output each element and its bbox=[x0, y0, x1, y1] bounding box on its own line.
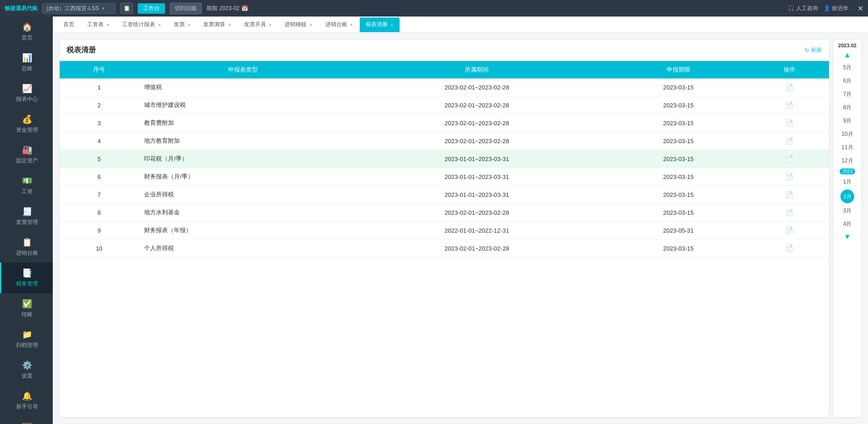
tab-purchase-ledger-close[interactable]: × bbox=[350, 22, 353, 28]
action-icon[interactable]: 📄 bbox=[785, 137, 793, 145]
tab-salary-report[interactable]: 工资统计报表 × bbox=[116, 17, 167, 32]
refresh-label: 刷新 bbox=[811, 46, 822, 54]
sidebar-item-salary[interactable]: 💵 工资 bbox=[0, 170, 53, 201]
cell-deadline: 2023-05-31 bbox=[607, 222, 750, 240]
cell-deadline: 2023-03-15 bbox=[607, 168, 750, 186]
cell-period: 2023-02-01~2023-02-28 bbox=[347, 204, 607, 222]
sidebar-item-reports[interactable]: 📈 报表中心 bbox=[0, 78, 53, 109]
action-icon[interactable]: 📄 bbox=[785, 227, 793, 234]
sidebar-item-ledger[interactable]: 📊 总账 bbox=[0, 47, 53, 78]
tab-salary-report-close[interactable]: × bbox=[158, 22, 161, 28]
action-icon[interactable]: 📄 bbox=[785, 101, 793, 109]
human-consult-btn[interactable]: 🎧 人工咨询 bbox=[788, 5, 818, 12]
month-12[interactable]: 12月 bbox=[834, 154, 861, 167]
scroll-down-btn[interactable]: ▼ bbox=[842, 231, 853, 243]
cell-action[interactable]: 📄 bbox=[750, 150, 829, 168]
tab-audit[interactable]: 进销稽核 × bbox=[278, 17, 318, 32]
action-icon[interactable]: 📄 bbox=[785, 84, 793, 91]
col-period: 所属期间 bbox=[347, 61, 607, 78]
month-2-active[interactable]: 2月 bbox=[840, 190, 854, 203]
cell-period: 2023-02-01~2023-02-28 bbox=[347, 240, 607, 257]
month-9[interactable]: 9月 bbox=[834, 114, 861, 128]
sidebar-item-closing[interactable]: ✅ 结账 bbox=[0, 293, 53, 324]
sidebar-item-tax[interactable]: 📑 税务管理 bbox=[0, 262, 53, 293]
month-11[interactable]: 11月 bbox=[834, 141, 861, 154]
calendar-icon-btn[interactable]: 📋 bbox=[120, 3, 133, 14]
switch-version-button[interactable]: 切到旧版 bbox=[170, 3, 202, 14]
tab-invoice-calc-close[interactable]: × bbox=[228, 22, 231, 28]
action-icon[interactable]: 📄 bbox=[785, 209, 793, 216]
sidebar-item-funds[interactable]: 💰 资金管理 bbox=[0, 109, 53, 139]
month-10[interactable]: 10月 bbox=[834, 128, 861, 141]
main-panel: 税表清册 ↻ 刷新 序号 申报表类型 所属期间 申报期限 bbox=[60, 40, 829, 417]
cell-action[interactable]: 📄 bbox=[750, 168, 829, 186]
month-3[interactable]: 3月 bbox=[834, 204, 861, 218]
cell-period: 2023-01-01~2023-03-31 bbox=[347, 168, 607, 186]
year-2023-badge[interactable]: 2023 bbox=[840, 168, 855, 174]
month-1[interactable]: 1月 bbox=[834, 175, 861, 189]
tab-purchase-ledger[interactable]: 进销台账 × bbox=[319, 17, 359, 32]
company-selector[interactable]: (勿动）江西报宜-LSS ▼ bbox=[42, 3, 116, 14]
sidebar-item-archive[interactable]: 📁 归档管理 bbox=[0, 324, 53, 355]
month-8[interactable]: 8月 bbox=[834, 101, 861, 114]
action-icon[interactable]: 📄 bbox=[785, 173, 793, 180]
cell-action[interactable]: 📄 bbox=[750, 132, 829, 150]
month-4[interactable]: 4月 bbox=[834, 218, 861, 231]
month-5[interactable]: 5月 bbox=[834, 61, 861, 74]
tab-salary-table[interactable]: 工资表 × bbox=[81, 17, 115, 32]
sidebar-item-settings[interactable]: ⚙️ 设置 bbox=[0, 355, 53, 385]
sidebar-item-member[interactable]: 👑 畅会员 bbox=[0, 416, 53, 424]
sidebar-item-home[interactable]: 🏠 首页 bbox=[0, 17, 53, 47]
action-icon[interactable]: 📄 bbox=[785, 119, 793, 127]
tab-bar: 首页 工资表 × 工资统计报表 × 发票 × 发票测算 × 发票开具 × bbox=[53, 17, 868, 33]
month-7[interactable]: 7月 bbox=[834, 88, 861, 101]
month-6[interactable]: 6月 bbox=[834, 74, 861, 88]
tab-salary-report-label: 工资统计报表 bbox=[122, 21, 155, 28]
tab-invoice-issue-close[interactable]: × bbox=[269, 22, 272, 28]
cell-type: 地方教育附加 bbox=[139, 132, 347, 150]
tab-tax-register-close[interactable]: × bbox=[390, 22, 393, 28]
cell-action[interactable]: 📄 bbox=[750, 114, 829, 132]
col-deadline: 申报期限 bbox=[607, 61, 750, 78]
action-icon[interactable]: 📄 bbox=[785, 245, 793, 252]
action-icon[interactable]: 📄 bbox=[785, 155, 793, 162]
home-icon: 🏠 bbox=[22, 22, 32, 32]
action-icon[interactable]: 📄 bbox=[785, 191, 793, 198]
cell-action[interactable]: 📄 bbox=[750, 78, 829, 96]
main-layout: 🏠 首页 📊 总账 📈 报表中心 💰 资金管理 🏭 固定资产 💵 工资 🧾 发票… bbox=[0, 17, 868, 424]
tab-salary-table-close[interactable]: × bbox=[106, 22, 109, 28]
tab-audit-close[interactable]: × bbox=[309, 22, 312, 28]
cell-no: 7 bbox=[60, 186, 139, 204]
refresh-button[interactable]: ↻ 刷新 bbox=[805, 46, 822, 54]
cell-period: 2023-02-01~2023-02-28 bbox=[347, 132, 607, 150]
cell-action[interactable]: 📄 bbox=[750, 222, 829, 240]
cell-action[interactable]: 📄 bbox=[750, 204, 829, 222]
tab-tax-register[interactable]: 税表清册 × bbox=[360, 17, 399, 32]
reports-icon: 📈 bbox=[22, 84, 32, 94]
cell-deadline: 2023-03-15 bbox=[607, 114, 750, 132]
col-action: 操作 bbox=[750, 61, 829, 78]
cell-type: 城市维护建设税 bbox=[139, 96, 347, 114]
tab-invoice[interactable]: 发票 × bbox=[168, 17, 196, 32]
cell-action[interactable]: 📄 bbox=[750, 96, 829, 114]
cell-type: 企业所得税 bbox=[139, 186, 347, 204]
sidebar-item-assets[interactable]: 🏭 固定资产 bbox=[0, 139, 53, 170]
sidebar-label-assets: 固定资产 bbox=[16, 157, 38, 165]
close-window-button[interactable]: ✕ bbox=[857, 4, 863, 13]
tab-home[interactable]: 首页 bbox=[57, 17, 80, 32]
tab-invoice-close[interactable]: × bbox=[188, 22, 190, 28]
cell-action[interactable]: 📄 bbox=[750, 186, 829, 204]
workbench-button[interactable]: 工作台 bbox=[138, 3, 165, 14]
tab-invoice-issue[interactable]: 发票开具 × bbox=[238, 17, 278, 32]
sidebar-item-invoice[interactable]: 🧾 发票管理 bbox=[0, 201, 53, 232]
user-profile-btn[interactable]: 👤 徐浥华 bbox=[823, 5, 848, 12]
sidebar-item-guide[interactable]: 🔔 新手引导 bbox=[0, 385, 53, 416]
table-row: 3 教育费附加 2023-02-01~2023-02-28 2023-03-15… bbox=[60, 114, 829, 132]
tab-audit-label: 进销稽核 bbox=[284, 21, 306, 28]
content-area: 首页 工资表 × 工资统计报表 × 发票 × 发票测算 × 发票开具 × bbox=[53, 17, 868, 424]
cell-no: 1 bbox=[60, 78, 139, 96]
sidebar-item-purchase-sales[interactable]: 📋 进销台账 bbox=[0, 232, 53, 262]
scroll-up-btn[interactable]: ▲ bbox=[842, 49, 853, 61]
cell-action[interactable]: 📄 bbox=[750, 240, 829, 257]
tab-invoice-calc[interactable]: 发票测算 × bbox=[197, 17, 237, 32]
